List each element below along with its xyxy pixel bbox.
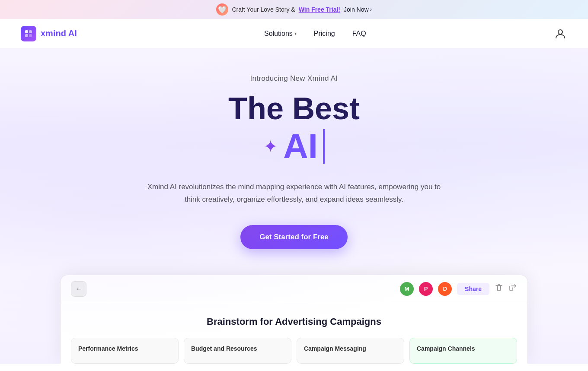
cursor-blink (323, 129, 325, 164)
logo-icon (21, 26, 36, 41)
hero-title-main: The Best (228, 92, 360, 126)
navbar: xmind AI Solutions ▾ Pricing FAQ (0, 19, 588, 48)
hero-section: Introducing New Xmind AI The Best ✦ AI X… (0, 48, 588, 364)
share-button[interactable]: Share (457, 283, 489, 295)
card-campaign-channels: Campaign Channels (409, 338, 517, 364)
nav-links: Solutions ▾ Pricing FAQ (264, 30, 366, 38)
app-brainstorm-title: Brainstorm for Advertising Campaigns (71, 316, 517, 327)
banner-emoji: 🤍 (216, 3, 228, 16)
nav-right (553, 27, 567, 41)
share-export-icon[interactable] (508, 283, 517, 294)
hero-ai-text: AI (283, 129, 318, 164)
svg-rect-3 (29, 34, 32, 37)
nav-faq[interactable]: FAQ (352, 30, 366, 38)
app-toolbar-icons (495, 283, 517, 294)
avatar-m: M (400, 282, 414, 296)
get-started-button[interactable]: Get Started for Free (240, 225, 348, 249)
svg-point-4 (558, 30, 562, 34)
card-campaign-messaging: Campaign Messaging (297, 338, 404, 364)
avatar-d: D (438, 282, 452, 296)
svg-rect-1 (29, 30, 32, 33)
hero-subtitle: Introducing New Xmind AI (250, 74, 338, 83)
card-performance-metrics: Performance Metrics (71, 338, 179, 364)
logo-link[interactable]: xmind AI (21, 26, 77, 41)
card-budget-resources: Budget and Resources (184, 338, 291, 364)
banner-text: Craft Your Love Story & (232, 6, 295, 13)
hero-title-ai-row: ✦ AI (263, 129, 325, 164)
nav-solutions[interactable]: Solutions ▾ (264, 30, 297, 38)
svg-rect-2 (25, 34, 28, 37)
app-back-button[interactable]: ← (71, 281, 86, 297)
hero-description: Xmind AI revolutionizes the mind mapping… (143, 181, 445, 206)
svg-rect-0 (25, 30, 28, 33)
chevron-down-icon: ▾ (294, 31, 297, 36)
app-toolbar-right: M P D Share (400, 282, 517, 296)
top-banner: 🤍 Craft Your Love Story & Win Free Trial… (0, 0, 588, 19)
app-toolbar: ← M P D Share (61, 275, 527, 303)
user-account-icon[interactable] (553, 27, 567, 41)
banner-arrow: › (370, 6, 372, 13)
app-content: Brainstorm for Advertising Campaigns Per… (61, 303, 527, 364)
sparkle-icon: ✦ (263, 136, 278, 156)
back-arrow-icon: ← (75, 285, 82, 293)
banner-highlight[interactable]: Win Free Trial! (299, 6, 340, 13)
banner-cta[interactable]: Join Now › (344, 6, 372, 13)
logo-text: xmind AI (41, 29, 77, 38)
avatar-p: P (419, 282, 433, 296)
app-preview-card: ← M P D Share (61, 275, 527, 364)
trash-icon[interactable] (495, 283, 503, 294)
nav-pricing[interactable]: Pricing (314, 30, 335, 38)
app-cards-grid: Performance Metrics Budget and Resources… (71, 338, 517, 364)
